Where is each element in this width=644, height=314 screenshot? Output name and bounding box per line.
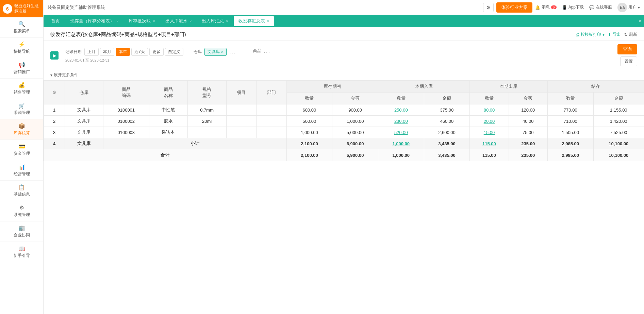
online-service-button[interactable]: 💬 在线客服 (589, 4, 612, 10)
tab-batch-ledger-close[interactable]: × (153, 19, 155, 23)
table-body: 1 文具库 0100001 中性笔 0.7mm 600.00 900.00 25… (44, 104, 644, 149)
sidebar-item-operations[interactable]: 📊 经营管理 (0, 160, 43, 181)
sidebar-item-inventory[interactable]: 📦 库存核算 (0, 119, 43, 140)
warehouse-filter-tag[interactable]: 文具库 × (204, 48, 227, 56)
row-out-amt: 120.00 (509, 104, 547, 116)
sidebar-item-enterprise[interactable]: 🏢 企业协同 (0, 221, 43, 242)
row-goods-code: 0100003 (103, 127, 149, 138)
col-opening-header: 库存期初 (286, 81, 378, 93)
warehouse-more-dots[interactable]: ... (229, 49, 236, 55)
row-out-amt: 40.00 (509, 116, 547, 127)
print-button[interactable]: 🖨 按模板打印 ▾ (575, 32, 605, 37)
sidebar-item-purchase[interactable]: 🛒 采购管理 (0, 99, 43, 119)
date-btn-this-year[interactable]: 本年 (116, 48, 130, 56)
close-all-tabs-button[interactable]: × (639, 18, 641, 24)
tab-home[interactable]: 首页 (46, 16, 65, 26)
row-warehouse: 文具库 (65, 116, 103, 127)
tab-stock-summary-close[interactable]: × (226, 19, 228, 23)
row-goods-code: 0100001 (103, 104, 149, 116)
date-btn-7days[interactable]: 近7天 (131, 48, 148, 56)
sidebar-items: 🔍 搜索菜单 ⚡ 快捷导航 📢 营销推广 💰 销售管理 🛒 采购管理 📦 库存核… (0, 17, 43, 262)
sidebar-item-marketing[interactable]: 📢 营销推广 (0, 58, 43, 79)
filter-toggle-button[interactable]: ▶ (50, 51, 59, 60)
row-out-qty[interactable]: 20.00 (470, 116, 509, 127)
tab-stock-summary[interactable]: 出入库汇总 × (197, 16, 233, 26)
row-warehouse: 文具库 (65, 104, 103, 116)
date-filter-label: 记账日期 (65, 49, 82, 55)
marketing-icon: 📢 (18, 62, 25, 68)
date-btn-custom[interactable]: 自定义 (165, 48, 183, 56)
row-in-amt: 460.00 (424, 116, 470, 127)
row-out-qty[interactable]: 80.00 (470, 104, 509, 116)
notifications-button[interactable]: 🔔 消息 6 (535, 4, 557, 10)
print-icon: 🖨 (575, 32, 579, 37)
topbar: 装备及固定资产辅助管理系统 ⚙ 体验行业方案 🔔 消息 6 📱 App下载 💬 … (44, 0, 644, 15)
row-goods-spec: 0.7mm (187, 104, 226, 116)
export-icon: ⬆ (608, 32, 611, 37)
user-menu-button[interactable]: Ea 用户 ▾ (617, 3, 640, 12)
trial-button[interactable]: 体验行业方案 (496, 2, 532, 13)
subtotal-in-qty[interactable]: 1,000.00 (378, 138, 424, 149)
sidebar-item-sales[interactable]: 💰 销售管理 (0, 79, 43, 99)
gear-button[interactable]: ⚙ (483, 3, 494, 12)
date-btn-more[interactable]: 更多 (149, 48, 164, 56)
row-in-qty[interactable]: 250.00 (378, 104, 424, 116)
row-warehouse: 文具库 (65, 127, 103, 138)
sidebar-item-search[interactable]: 🔍 搜索菜单 (0, 17, 43, 38)
topbar-actions: 🔔 消息 6 📱 App下载 💬 在线客服 Ea 用户 ▾ (535, 3, 640, 12)
row-project (226, 116, 256, 127)
quick-nav-icon: ⚡ (18, 41, 25, 48)
tab-batch-ledger[interactable]: 库存批次账 × (124, 16, 160, 26)
set-button[interactable]: 设置 (620, 56, 637, 66)
sidebar-item-newbie[interactable]: 📖 新手引导 (0, 242, 43, 262)
date-btn-this-month[interactable]: 本月 (100, 48, 114, 56)
tab-stock-dist[interactable]: 现存量（库存分布表） × (65, 16, 123, 26)
table-row: 3 文具库 0100003 采访本 1,000.00 5,000.00 520.… (44, 127, 644, 138)
sidebar-header[interactable]: 6 畅捷通好生意 标准版 (0, 0, 43, 17)
filter-section: 记账日期 上月 本月 本年 近7天 更多 自定义 2023-01-01 至 20… (65, 48, 613, 63)
purchase-label: 采购管理 (14, 110, 30, 116)
total-in-qty: 1,000.00 (378, 149, 424, 161)
subtotal-opening-qty: 2,100.00 (286, 138, 332, 149)
tab-stock-flow[interactable]: 出入库流水 × (161, 16, 196, 26)
goods-more-dots[interactable]: ... (264, 48, 270, 54)
row-in-qty[interactable]: 520.00 (378, 127, 424, 138)
logo-icon: 6 (3, 4, 12, 14)
tab-recv-send-summary[interactable]: 收发存汇总表 × (234, 16, 274, 26)
expand-conditions-button[interactable]: ▾ 展开更多条件 (50, 72, 78, 78)
tab-home-label: 首页 (51, 18, 60, 24)
tab-stock-flow-close[interactable]: × (189, 19, 192, 23)
marketing-label: 营销推广 (14, 69, 30, 75)
col-project-header: 项目 (226, 81, 256, 104)
export-button[interactable]: ⬆ 导出 (608, 32, 621, 37)
row-seq: 3 (44, 127, 65, 138)
row-closing-amt: 1,420.00 (593, 116, 644, 127)
tab-batch-ledger-label: 库存批次账 (129, 18, 151, 24)
col-closing-amt-header: 金额 (593, 93, 644, 104)
table-row: 2 文具库 0100002 胶水 20ml 500.00 1,000.00 23… (44, 116, 644, 127)
table-total-row: 合计 2,100.00 6,900.00 1,000.00 3,435.00 1… (44, 149, 644, 161)
sidebar-item-base-info[interactable]: 📋 基础信息 (0, 181, 43, 201)
table-settings-icon[interactable]: ⚙ (44, 81, 65, 104)
row-out-qty[interactable]: 15.00 (470, 127, 509, 138)
date-btn-last-month[interactable]: 上月 (84, 48, 99, 56)
system-label: 系统管理 (14, 212, 30, 218)
subtotal-out-qty[interactable]: 115.00 (470, 138, 509, 149)
tab-recv-send-close[interactable]: × (267, 19, 269, 23)
assets-icon: 💳 (18, 143, 25, 150)
app-download-button[interactable]: 📱 App下载 (562, 4, 584, 10)
subtotal-opening-amt: 6,900.00 (332, 138, 378, 149)
row-in-qty[interactable]: 230.00 (378, 116, 424, 127)
query-button[interactable]: 查询 (617, 44, 637, 54)
row-closing-qty: 1,505.00 (547, 127, 593, 138)
refresh-button[interactable]: ↻ 刷新 (624, 32, 637, 37)
warehouse-tag-remove[interactable]: × (221, 49, 224, 54)
sidebar-item-system[interactable]: ⚙ 系统管理 (0, 201, 43, 221)
sidebar-item-quick-nav[interactable]: ⚡ 快捷导航 (0, 38, 43, 58)
sidebar-item-assets[interactable]: 💳 资金管理 (0, 140, 43, 160)
system-title: 装备及固定资产辅助管理系统 (48, 4, 480, 11)
subtotal-label: 小计 (103, 138, 286, 149)
row-opening-qty: 600.00 (286, 104, 332, 116)
tab-stock-dist-close[interactable]: × (116, 19, 118, 23)
row-goods-spec: 20ml (187, 116, 226, 127)
